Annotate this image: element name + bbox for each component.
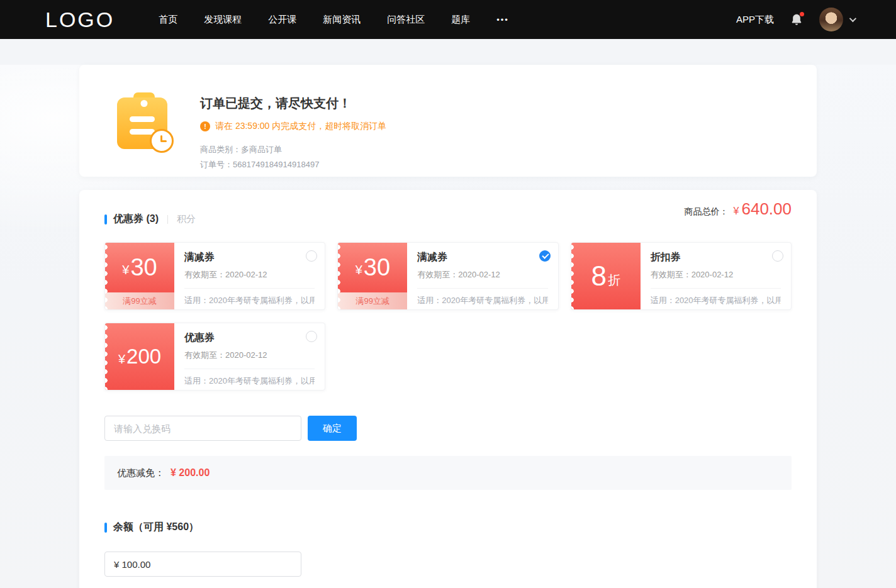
- coupon-card-4[interactable]: ¥200 优惠券 有效期至：2020-02-12 适用：2020年考研专属福利券…: [104, 323, 325, 391]
- coupon-condition-band: 满99立减: [338, 292, 407, 309]
- discount-summary-bar: 优惠减免： ¥ 200.00: [104, 456, 792, 490]
- top-navbar: LOGO 首页 发现课程 公开课 新闻资讯 问答社区 题库 ••• APP下载: [0, 0, 896, 39]
- coupon-condition-band: 满99立减: [105, 292, 174, 309]
- tab-coupons[interactable]: 优惠券 (3): [113, 213, 159, 226]
- order-meta: 商品类别：多商品订单 订单号：5681749184914918497: [200, 142, 386, 172]
- coupon-radio-selected[interactable]: [539, 250, 551, 262]
- main-nav: 首页 发现课程 公开课 新闻资讯 问答社区 题库 •••: [159, 14, 509, 26]
- coupon-list: ¥30 满99立减 满减券 有效期至：2020-02-12 适用：2020年考研…: [104, 242, 792, 391]
- nav-item-qa-community[interactable]: 问答社区: [387, 14, 425, 26]
- discount-label: 优惠减免：: [117, 467, 164, 479]
- section-accent-bar: [104, 523, 107, 533]
- nav-more-icon[interactable]: •••: [496, 15, 509, 25]
- balance-title: 余额（可用 ¥560）: [113, 521, 199, 534]
- payment-options-card: 优惠券 (3) 积分 ¥30 满99立减 满减券 有效期至：2020-0: [79, 190, 817, 588]
- coupon-title: 折扣券: [651, 251, 781, 264]
- warning-icon: !: [200, 121, 210, 131]
- balance-section-header: 余额（可用 ¥560）: [104, 521, 792, 534]
- nav-item-news[interactable]: 新闻资讯: [323, 14, 361, 26]
- coupon-title: 满减券: [184, 251, 315, 264]
- order-total: 商品总价：¥640.00: [685, 199, 792, 219]
- ticket-notches: [105, 243, 109, 309]
- confirm-button[interactable]: 确定: [308, 416, 357, 441]
- user-menu[interactable]: [819, 8, 854, 31]
- coupon-title: 满减券: [417, 251, 547, 264]
- notification-badge: [800, 12, 804, 16]
- app-download-link[interactable]: APP下载: [736, 14, 774, 26]
- nav-item-discover-courses[interactable]: 发现课程: [204, 14, 242, 26]
- order-info: 订单已提交，请尽快支付！ ! 请在 23:59:00 内完成支付，超时将取消订单…: [200, 84, 386, 177]
- avatar[interactable]: [819, 8, 843, 31]
- coupon-scope: 适用：2020年考研专属福利券，以用...: [651, 295, 781, 306]
- coupon-scope: 适用：2020年考研专属福利券，以用...: [184, 295, 315, 306]
- coupon-validity: 有效期至：2020-02-12: [184, 269, 315, 280]
- order-summary-card: 订单已提交，请尽快支付！ ! 请在 23:59:00 内完成支付，超时将取消订单…: [79, 65, 817, 177]
- order-total-amount: 640.00: [741, 199, 792, 218]
- payment-deadline-warning: ! 请在 23:59:00 内完成支付，超时将取消订单: [200, 121, 386, 132]
- coupon-validity: 有效期至：2020-02-12: [651, 269, 781, 280]
- coupon-card-3[interactable]: 8折 折扣券 有效期至：2020-02-12 适用：2020年考研专属福利券，以…: [571, 242, 792, 310]
- tab-points[interactable]: 积分: [177, 213, 196, 225]
- coupon-validity: 有效期至：2020-02-12: [417, 269, 547, 280]
- ticket-notches: [571, 243, 576, 309]
- nav-item-home[interactable]: 首页: [159, 14, 177, 26]
- discount-amount: ¥ 200.00: [171, 467, 210, 479]
- notification-bell-icon[interactable]: [790, 13, 803, 26]
- coupon-title: 优惠券: [184, 331, 315, 345]
- section-accent-bar: [104, 214, 107, 225]
- ticket-notches: [105, 323, 109, 390]
- order-clipboard-icon: [117, 92, 171, 149]
- logo[interactable]: LOGO: [45, 8, 115, 32]
- coupon-ticket-panel: ¥30 满99立减: [105, 243, 174, 309]
- order-number: 订单号：5681749184914918497: [200, 157, 386, 172]
- order-category: 商品类别：多商品订单: [200, 142, 386, 157]
- nav-item-question-bank[interactable]: 题库: [451, 14, 470, 26]
- redeem-code-row: 确定: [104, 416, 792, 441]
- page-background: 订单已提交，请尽快支付！ ! 请在 23:59:00 内完成支付，超时将取消订单…: [0, 65, 896, 588]
- coupon-ticket-panel: ¥30 满99立减: [338, 243, 407, 309]
- currency-symbol: ¥: [734, 206, 739, 216]
- coupon-radio[interactable]: [772, 250, 783, 262]
- balance-amount-input[interactable]: [104, 552, 301, 577]
- ticket-notches: [338, 243, 342, 309]
- coupon-card-2[interactable]: ¥30 满99立减 满减券 有效期至：2020-02-12 适用：2020年考研…: [337, 242, 558, 310]
- coupon-scope: 适用：2020年考研专属福利券，以用...: [417, 295, 547, 306]
- coupon-radio[interactable]: [306, 250, 317, 262]
- warning-text: 请在 23:59:00 内完成支付，超时将取消订单: [215, 121, 386, 132]
- coupon-ticket-panel: ¥200: [105, 323, 174, 390]
- nav-item-open-courses[interactable]: 公开课: [268, 14, 296, 26]
- navbar-right: APP下载: [736, 8, 854, 31]
- coupon-ticket-panel: 8折: [571, 243, 641, 309]
- coupon-card-1[interactable]: ¥30 满99立减 满减券 有效期至：2020-02-12 适用：2020年考研…: [104, 242, 325, 310]
- order-title: 订单已提交，请尽快支付！: [200, 95, 386, 112]
- coupon-radio[interactable]: [306, 331, 317, 342]
- redeem-code-input[interactable]: [104, 416, 301, 441]
- coupon-validity: 有效期至：2020-02-12: [184, 350, 315, 361]
- order-total-label: 商品总价：: [685, 206, 729, 216]
- tab-divider: [167, 215, 168, 224]
- chevron-down-icon[interactable]: [849, 15, 856, 22]
- clock-icon: [150, 129, 174, 153]
- coupon-scope: 适用：2020年考研专属福利券，以用...: [184, 375, 315, 387]
